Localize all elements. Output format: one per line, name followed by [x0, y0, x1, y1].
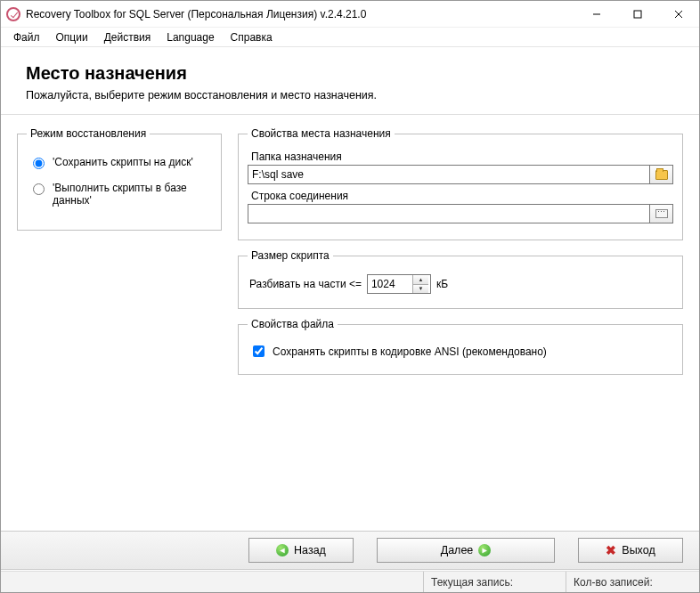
arrow-right-icon: ►: [478, 544, 491, 556]
menu-options[interactable]: Опции: [49, 29, 95, 45]
radio-exec-in-db-input[interactable]: [33, 183, 45, 195]
status-current: Текущая запись:: [423, 572, 566, 592]
menu-bar: Файл Опции Действия Language Справка: [1, 28, 699, 47]
connection-label: Строка соединения: [251, 190, 673, 202]
menu-file[interactable]: Файл: [6, 29, 47, 45]
split-size-spinner[interactable]: ▲ ▼: [367, 274, 431, 294]
browse-folder-button[interactable]: [650, 165, 673, 184]
connection-input[interactable]: [248, 204, 650, 223]
exit-button-label: Выход: [622, 544, 655, 556]
spin-down-button[interactable]: ▼: [412, 285, 428, 294]
ansi-checkbox-row[interactable]: Сохранять скрипты в кодировке ANSI (реко…: [248, 339, 673, 363]
app-icon: [6, 7, 20, 21]
maximize-button[interactable]: [617, 1, 658, 28]
file-props-legend: Свойства файла: [248, 318, 338, 330]
page-title: Место назначения: [26, 63, 674, 84]
script-size-legend: Размер скрипта: [248, 249, 333, 262]
radio-exec-in-db-label: 'Выполнить скрипты в базе данных': [53, 182, 212, 207]
ellipsis-icon: [655, 209, 668, 218]
split-label: Разбивать на части <=: [249, 278, 362, 290]
radio-exec-in-db[interactable]: 'Выполнить скрипты в базе данных': [28, 182, 212, 207]
title-bar: Recovery Toolbox for SQL Server (Персона…: [1, 1, 699, 28]
connection-builder-button[interactable]: [650, 204, 673, 223]
minimize-button[interactable]: [576, 1, 617, 28]
radio-save-to-disk-input[interactable]: [33, 158, 45, 169]
next-button-label: Далее: [441, 544, 474, 556]
close-icon: ✖: [606, 544, 616, 556]
status-bar: Текущая запись: Кол-во записей:: [1, 571, 699, 592]
folder-icon: [655, 170, 668, 180]
script-size-group: Размер скрипта Разбивать на части <= ▲ ▼…: [238, 249, 683, 309]
back-button-label: Назад: [294, 544, 326, 556]
back-button[interactable]: ◄ Назад: [248, 538, 354, 563]
file-props-group: Свойства файла Сохранять скрипты в кодир…: [238, 318, 683, 375]
recovery-mode-group: Режим восстановления 'Сохранить скрипты …: [17, 127, 222, 231]
recovery-mode-legend: Режим восстановления: [27, 127, 150, 140]
svg-rect-1: [634, 11, 641, 18]
wizard-button-bar: ◄ Назад Далее ► ✖ Выход: [1, 531, 699, 570]
status-count: Кол-во записей:: [566, 572, 699, 592]
split-unit: кБ: [436, 278, 448, 290]
menu-help[interactable]: Справка: [224, 29, 280, 45]
content-area: Режим восстановления 'Сохранить скрипты …: [1, 115, 699, 393]
page-header: Место назначения Пожалуйста, выберите ре…: [1, 47, 699, 115]
ansi-checkbox[interactable]: [253, 345, 265, 357]
spin-up-button[interactable]: ▲: [412, 275, 428, 285]
arrow-left-icon: ◄: [276, 544, 289, 556]
close-button[interactable]: [658, 1, 699, 28]
destination-legend: Свойства места назначения: [248, 127, 395, 140]
folder-label: Папка назначения: [251, 150, 673, 163]
split-size-input[interactable]: [368, 275, 412, 293]
menu-language[interactable]: Language: [159, 29, 221, 45]
radio-save-to-disk[interactable]: 'Сохранить скрипты на диск': [28, 156, 212, 169]
radio-save-to-disk-label: 'Сохранить скрипты на диск': [53, 156, 193, 168]
exit-button[interactable]: ✖ Выход: [578, 538, 683, 563]
destination-group: Свойства места назначения Папка назначен…: [238, 127, 683, 240]
ansi-label: Сохранять скрипты в кодировке ANSI (реко…: [273, 345, 547, 358]
page-subtitle: Пожалуйста, выберите режим восстановлени…: [26, 89, 674, 102]
menu-actions[interactable]: Действия: [97, 29, 159, 45]
next-button[interactable]: Далее ►: [377, 538, 555, 563]
window-title: Recovery Toolbox for SQL Server (Персона…: [26, 8, 366, 20]
folder-input[interactable]: [248, 165, 650, 184]
